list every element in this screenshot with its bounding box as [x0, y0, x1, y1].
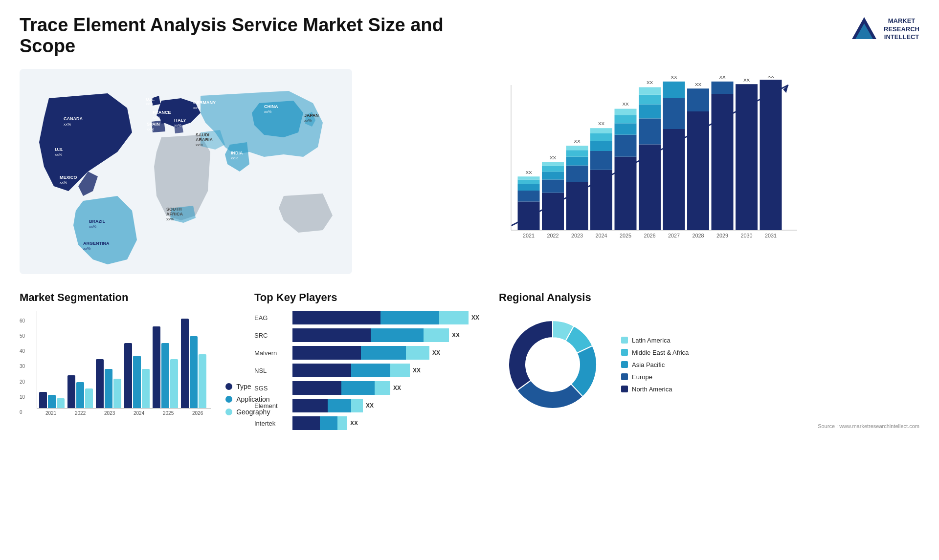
regional-title: Regional Analysis [499, 291, 919, 304]
svg-text:XX: XX [719, 76, 726, 80]
svg-rect-54 [566, 166, 588, 182]
seg-bar-segment [113, 379, 121, 408]
player-bar-segment [390, 364, 410, 377]
seg-year-label: 2026 [184, 410, 211, 416]
seg-bar-segment [105, 369, 112, 408]
svg-rect-49 [542, 166, 564, 172]
svg-text:CHINA: CHINA [264, 104, 278, 109]
player-name: Element [254, 402, 289, 409]
svg-rect-91 [712, 94, 734, 230]
seg-bar-segment [161, 343, 169, 408]
svg-rect-95 [736, 84, 758, 230]
seg-bar-segment [96, 359, 104, 408]
player-bar [292, 364, 410, 377]
svg-rect-88 [687, 88, 709, 111]
svg-text:xx%: xx% [264, 109, 271, 114]
player-row: ElementXX [254, 399, 489, 412]
svg-text:XX: XX [647, 80, 653, 85]
svg-rect-68 [615, 135, 637, 157]
svg-text:MEXICO: MEXICO [60, 175, 77, 180]
players-title: Top Key Players [254, 291, 489, 304]
regional-legend-label: North America [632, 386, 672, 393]
player-bar [292, 416, 347, 430]
source-text: Source : www.marketresearchintellect.com [499, 423, 919, 429]
svg-text:2028: 2028 [693, 233, 704, 238]
seg-bars-area: 202120222023202420252026 [37, 311, 211, 416]
regional-legend-item: Europe [621, 373, 689, 381]
page-title: Trace Element Analysis Service Market Si… [20, 15, 460, 57]
player-name: SRC [254, 332, 289, 339]
player-row: SRCXX [254, 328, 489, 342]
player-bar-segment [351, 399, 363, 412]
seg-bar-segment [57, 398, 65, 408]
svg-rect-81 [663, 129, 685, 230]
player-xx-label: XX [366, 402, 374, 409]
svg-rect-57 [566, 146, 588, 150]
svg-rect-63 [590, 133, 612, 141]
player-bar-wrap: XX [292, 364, 489, 377]
svg-text:2025: 2025 [620, 233, 631, 238]
logo-icon [850, 15, 879, 44]
svg-text:XX: XX [743, 77, 750, 83]
svg-text:XX: XX [671, 76, 677, 80]
seg-bar-segment [190, 336, 198, 408]
svg-text:xx%: xx% [55, 152, 62, 157]
legend-dot [225, 409, 232, 415]
svg-rect-69 [615, 123, 637, 134]
svg-rect-83 [663, 82, 685, 98]
svg-text:FRANCE: FRANCE [153, 110, 171, 115]
player-bar-wrap: XX [292, 381, 489, 395]
player-xx-label: XX [471, 314, 479, 321]
svg-rect-41 [518, 184, 540, 191]
svg-text:GERMANY: GERMANY [193, 100, 216, 105]
svg-rect-48 [542, 172, 564, 179]
regional-legend-item: North America [621, 386, 689, 393]
svg-text:xx%: xx% [193, 106, 201, 110]
player-name: EAG [254, 314, 289, 322]
player-bar-segment [292, 328, 371, 342]
svg-text:XX: XX [767, 76, 774, 79]
seg-bar-segment [199, 354, 206, 408]
svg-text:XX: XX [622, 101, 629, 107]
bottom-section: Market Segmentation 60 50 40 30 20 10 0 … [20, 291, 919, 434]
svg-rect-64 [590, 128, 612, 133]
svg-text:xx%: xx% [147, 127, 154, 131]
player-row: SGSXX [254, 381, 489, 395]
svg-rect-56 [566, 150, 588, 157]
player-row: NSLXX [254, 364, 489, 377]
svg-text:2030: 2030 [741, 233, 753, 238]
player-bar-segment [292, 399, 328, 412]
svg-text:SPAIN: SPAIN [147, 122, 160, 127]
player-xx-label: XX [452, 332, 460, 339]
header: Trace Element Analysis Service Market Si… [20, 15, 919, 57]
seg-bar-segment [133, 356, 141, 408]
player-bar-segment [371, 328, 424, 342]
seg-bar-group [96, 359, 121, 408]
seg-y-labels: 60 50 40 30 20 10 0 [20, 318, 25, 416]
svg-rect-76 [639, 105, 661, 119]
seg-bars [37, 311, 211, 409]
svg-text:2026: 2026 [644, 233, 656, 238]
donut-chart [499, 311, 606, 418]
svg-text:XX: XX [574, 138, 581, 144]
player-bar-segment [337, 416, 347, 430]
seg-year-label: 2025 [155, 410, 181, 416]
legend-dot [225, 383, 232, 390]
player-xx-label: XX [393, 385, 401, 391]
player-name: NSL [254, 367, 289, 374]
svg-text:SAUDI: SAUDI [196, 132, 209, 137]
svg-text:xx%: xx% [64, 122, 71, 127]
svg-text:2029: 2029 [716, 233, 728, 238]
svg-text:2022: 2022 [547, 233, 559, 238]
svg-rect-77 [639, 95, 661, 105]
seg-bar-group [39, 392, 65, 408]
player-bar [292, 346, 429, 360]
svg-rect-74 [639, 145, 661, 231]
donut-slice [509, 321, 553, 390]
seg-year-label: 2022 [67, 410, 93, 416]
player-bar-segment [361, 346, 406, 360]
regional-legend-label: Europe [632, 373, 652, 381]
legend-label: Type [236, 383, 251, 390]
player-bar-segment [439, 311, 469, 324]
player-bar-segment [292, 364, 351, 377]
